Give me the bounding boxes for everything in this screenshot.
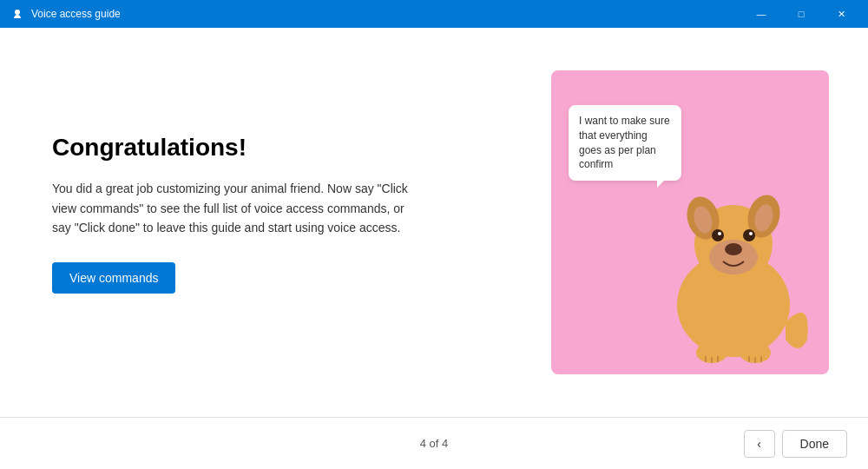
minimize-button[interactable]: — <box>741 0 781 28</box>
view-commands-button[interactable]: View commands <box>52 262 175 294</box>
dog-illustration <box>655 149 812 374</box>
close-button[interactable]: ✕ <box>821 0 861 28</box>
right-panel: I want to make sure that everything goes… <box>538 28 868 417</box>
title-bar-title: Voice access guide <box>31 8 121 20</box>
page-heading: Congratulations! <box>52 134 486 162</box>
svg-point-10 <box>743 229 755 241</box>
svg-point-0 <box>15 10 20 15</box>
svg-point-8 <box>725 243 742 255</box>
svg-point-12 <box>749 232 753 235</box>
illustration-box: I want to make sure that everything goes… <box>551 70 829 374</box>
title-bar-left: Voice access guide <box>10 7 121 21</box>
title-bar-controls: — □ ✕ <box>741 0 861 28</box>
main-content: Congratulations! You did a great job cus… <box>0 28 868 417</box>
maximize-button[interactable]: □ <box>781 0 821 28</box>
footer: 4 of 4 ‹ Done <box>0 417 868 469</box>
app-icon <box>10 7 24 21</box>
title-bar: Voice access guide — □ ✕ <box>0 0 868 28</box>
done-button[interactable]: Done <box>782 430 847 458</box>
back-button[interactable]: ‹ <box>744 430 775 458</box>
left-panel: Congratulations! You did a great job cus… <box>0 28 538 417</box>
page-indicator: 4 of 4 <box>420 437 449 450</box>
svg-point-11 <box>718 232 721 235</box>
description-text: You did a great job customizing your ani… <box>52 179 417 237</box>
svg-point-9 <box>712 229 724 241</box>
dog-svg <box>655 149 812 374</box>
footer-right: ‹ Done <box>744 430 847 458</box>
